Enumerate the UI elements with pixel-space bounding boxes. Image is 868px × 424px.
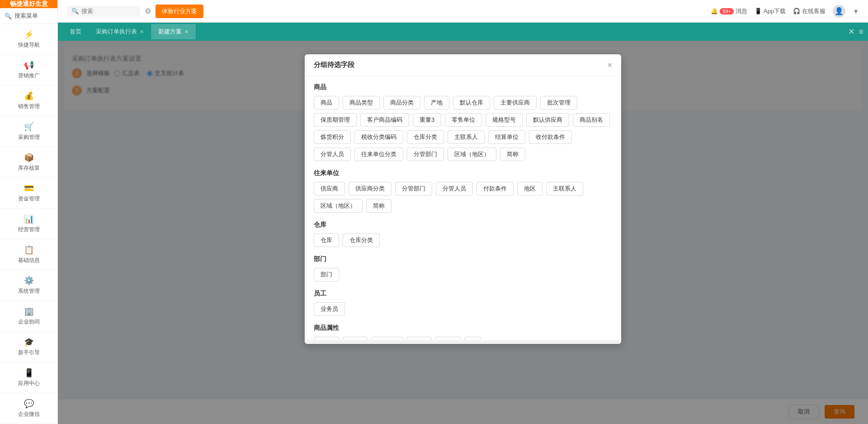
sidebar-label-corp: 企业协同 — [18, 318, 40, 326]
field-section-product-attr: 商品属性属性颜色多规格尺码鞋码1 — [314, 324, 612, 340]
field-tag-供应商[interactable]: 供应商 — [314, 182, 345, 195]
field-tag-产地[interactable]: 产地 — [424, 96, 449, 110]
field-tag-主联系人[interactable]: 主联系人 — [546, 182, 583, 195]
field-tag-仓库分类[interactable]: 仓库分类 — [407, 130, 444, 144]
sidebar-item-wechat[interactable]: 💬 企业微信 — [0, 393, 57, 424]
h-scrollbar-track[interactable] — [307, 341, 619, 343]
sidebar-item-finance[interactable]: 💳 资金管理 — [0, 178, 57, 209]
tabs-close-all[interactable]: ✕ — [848, 27, 855, 37]
modal-horizontal-scrollbar[interactable] — [305, 340, 621, 344]
field-tag-简称[interactable]: 简称 — [500, 148, 525, 161]
field-tag-1[interactable]: 1 — [464, 337, 481, 340]
field-tag-多规格[interactable]: 多规格 — [372, 337, 403, 340]
sidebar-item-appcenter[interactable]: 📱 应用中心 — [0, 362, 57, 393]
field-tag-批次管理[interactable]: 批次管理 — [540, 96, 577, 110]
field-tag-商品[interactable]: 商品 — [314, 96, 339, 110]
user-avatar[interactable]: 👤 — [833, 5, 845, 18]
sidebar-label-wechat: 企业微信 — [18, 410, 40, 418]
sidebar-item-corp[interactable]: 🏢 企业协同 — [0, 301, 57, 332]
field-tags-product-attr: 属性颜色多规格尺码鞋码1 — [314, 337, 612, 340]
topbar-search-box[interactable]: 🔍 — [67, 6, 140, 16]
sidebar-label-operation: 经营管理 — [18, 226, 40, 233]
field-tag-重量3[interactable]: 重量3 — [413, 113, 441, 127]
field-tag-分管人员[interactable]: 分管人员 — [436, 182, 473, 195]
sidebar-item-inventory[interactable]: 📦 库存核算 — [0, 147, 57, 178]
sidebar-item-system[interactable]: ⚙️ 系统管理 — [0, 270, 57, 301]
field-tag-商品类型[interactable]: 商品类型 — [343, 96, 380, 110]
field-tag-区域（地区）[interactable]: 区域（地区） — [314, 199, 363, 213]
online-service-area[interactable]: 🎧 在线客服 — [793, 7, 826, 15]
app-download-area[interactable]: 📱 App下载 — [755, 7, 786, 15]
field-tag-商品别名[interactable]: 商品别名 — [573, 113, 610, 127]
field-tag-简称[interactable]: 简称 — [366, 199, 392, 213]
sidebar-item-marketing[interactable]: 📢 营销推广 — [0, 55, 57, 86]
field-tag-仓库分类[interactable]: 仓库分类 — [343, 233, 380, 247]
field-tag-区域（地区）[interactable]: 区域（地区） — [448, 148, 496, 161]
field-tag-属性[interactable]: 属性 — [314, 337, 339, 340]
field-tag-收付款条件[interactable]: 收付款条件 — [529, 130, 572, 144]
field-tag-商品分类[interactable]: 商品分类 — [383, 96, 420, 110]
field-tag-仓库[interactable]: 仓库 — [314, 233, 339, 247]
field-tag-付款条件[interactable]: 付款条件 — [476, 182, 514, 195]
field-tag-保质期管理[interactable]: 保质期管理 — [314, 113, 357, 127]
field-section-goods: 商品商品商品类型商品分类产地默认仓库主要供应商批次管理保质期管理客户商品编码重量… — [314, 83, 612, 161]
sidebar-icon-system: ⚙️ — [24, 276, 34, 286]
topbar-search-input[interactable] — [81, 8, 136, 14]
field-tag-分管人员[interactable]: 分管人员 — [314, 148, 351, 161]
topbar-search-icon: 🔍 — [71, 8, 79, 14]
field-tag-尺码[interactable]: 尺码 — [406, 337, 432, 340]
tab-new-plan[interactable]: 新建方案 ✕ — [151, 24, 196, 39]
expand-icon[interactable]: ▼ — [853, 8, 859, 15]
sidebar-item-operation[interactable]: 📊 经营管理 — [0, 209, 57, 239]
sidebar: 畅捷通好生意 🔍 搜索菜单 ⚡ 快捷导航 📢 营销推广 💰 销售管理 🛒 采购管… — [0, 0, 58, 424]
field-tag-默认仓库[interactable]: 默认仓库 — [453, 96, 490, 110]
notification-area[interactable]: 🔔 99+ 消息 — [711, 7, 747, 15]
field-tag-规格型号[interactable]: 规格型号 — [486, 113, 523, 127]
modal-title: 分组待选字段 — [314, 61, 354, 69]
headset-icon: 🎧 — [793, 8, 800, 14]
field-tag-颜色[interactable]: 颜色 — [343, 337, 368, 340]
sidebar-item-sales[interactable]: 💰 销售管理 — [0, 86, 57, 116]
field-tag-分管部门[interactable]: 分管部门 — [407, 148, 444, 161]
app-download-label: App下载 — [764, 7, 786, 15]
field-tag-供应商分类[interactable]: 供应商分类 — [349, 182, 392, 195]
section-title-partner: 往来单位 — [314, 169, 612, 177]
field-tag-炼货积分[interactable]: 炼货积分 — [314, 130, 351, 144]
field-tag-往来单位分类[interactable]: 往来单位分类 — [354, 148, 403, 161]
tabs-menu[interactable]: ≡ — [859, 27, 863, 37]
sidebar-label-appcenter: 应用中心 — [18, 380, 40, 387]
modal-close-button[interactable]: × — [607, 61, 612, 69]
page-content: 采购订单执行表方案设置 1 选择模板 汇总表 交叉统计表 — [58, 41, 868, 424]
sidebar-item-quick-nav[interactable]: ⚡ 快捷导航 — [0, 24, 57, 55]
experience-plan-button[interactable]: 体验行业方案 — [156, 5, 203, 18]
field-tags-employee: 业务员 — [314, 302, 612, 316]
gear-settings-icon[interactable]: ⚙ — [145, 7, 151, 15]
topbar-right: 🔔 99+ 消息 📱 App下载 🎧 在线客服 👤 ▼ — [711, 5, 859, 18]
field-tags-warehouse: 仓库仓库分类 — [314, 233, 612, 247]
field-tag-主联系人[interactable]: 主联系人 — [448, 130, 485, 144]
tab-home[interactable]: 首页 — [62, 24, 89, 39]
field-tag-地区[interactable]: 地区 — [517, 182, 542, 195]
field-tag-鞋码[interactable]: 鞋码 — [435, 337, 461, 340]
field-tag-零售单位[interactable]: 零售单位 — [445, 113, 482, 127]
sidebar-label-marketing: 营销推广 — [18, 72, 40, 80]
field-tag-业务员[interactable]: 业务员 — [314, 302, 345, 316]
tab-new-plan-close[interactable]: ✕ — [184, 29, 189, 35]
sidebar-items-list: ⚡ 快捷导航 📢 营销推广 💰 销售管理 🛒 采购管理 📦 库存核算 💳 资金管… — [0, 24, 57, 424]
field-tag-结算单位[interactable]: 结算单位 — [488, 130, 525, 144]
tab-purchase-list[interactable]: 采购订单执行表 ✕ — [89, 24, 151, 39]
modal-header: 分组待选字段 × — [305, 54, 621, 76]
field-tag-税收分类编码[interactable]: 税收分类编码 — [354, 130, 403, 144]
tab-purchase-list-close[interactable]: ✕ — [140, 29, 144, 35]
sidebar-item-guide[interactable]: 🎓 新手引导 — [0, 332, 57, 362]
logo-text: 畅捷通好生意 — [10, 0, 48, 8]
field-tag-分管部门[interactable]: 分管部门 — [395, 182, 432, 195]
sidebar-item-basic[interactable]: 📋 基础信息 — [0, 239, 57, 270]
field-tag-客户商品编码[interactable]: 客户商品编码 — [360, 113, 409, 127]
modal-body[interactable]: 商品商品商品类型商品分类产地默认仓库主要供应商批次管理保质期管理客户商品编码重量… — [305, 76, 621, 340]
field-tag-主要供应商[interactable]: 主要供应商 — [494, 96, 537, 110]
sidebar-item-purchase[interactable]: 🛒 采购管理 — [0, 116, 57, 147]
field-tag-默认供应商[interactable]: 默认供应商 — [526, 113, 569, 127]
sidebar-search-menu[interactable]: 🔍 搜索菜单 — [0, 8, 57, 24]
field-tag-部门[interactable]: 部门 — [314, 268, 339, 281]
